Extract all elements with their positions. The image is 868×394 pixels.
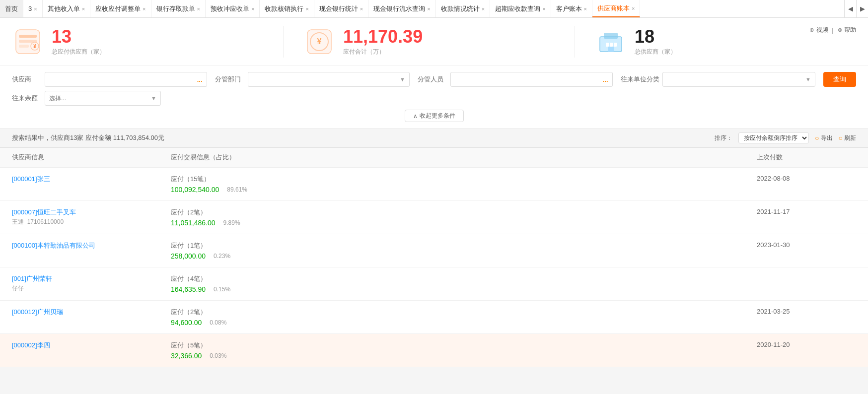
supplier-input-wrapper[interactable]: ... xyxy=(45,72,207,87)
nav-3[interactable]: 3 × xyxy=(23,0,43,17)
total-suppliers-icon xyxy=(595,26,627,58)
nav-collection-stat-close[interactable]: × xyxy=(482,6,485,12)
nav-customer-ledger[interactable]: 客户账本 × xyxy=(551,0,592,17)
collapse-button[interactable]: ∧ 收起更多条件 xyxy=(405,110,464,122)
trans-amount-4: 94,600.00 xyxy=(171,319,202,327)
table-row[interactable]: [001]广州荣轩 仔仔 应付（4笔） 164,635.90 0.15% xyxy=(0,267,868,301)
balance-arrow[interactable]: ▼ xyxy=(151,95,156,101)
nav-other-income[interactable]: 其他收入单 × xyxy=(43,0,90,17)
table-row[interactable]: [000100]本特勤油品有限公司 应付（1笔） 258,000.00 0.23… xyxy=(0,234,868,267)
top-navigation: 首页 3 × 其他收入单 × 应收应付调整单 × 银行存取款单 × 预收冲应收单… xyxy=(0,0,868,18)
nav-cash-bank-stat[interactable]: 现金银行统计 × xyxy=(314,0,368,17)
collapse-icon: ∧ xyxy=(413,113,418,120)
query-button[interactable]: 查询 xyxy=(823,72,856,87)
table-row[interactable]: [000012]广州贝瑞 应付（2笔） 94,600.00 0.08% 2021… xyxy=(0,301,868,334)
nav-3-label: 3 xyxy=(28,5,32,12)
supplier-link-1[interactable]: [000007]恒旺二手叉车 xyxy=(12,208,76,216)
nav-collection-exec[interactable]: 收款核销执行 × xyxy=(260,0,314,17)
nav-overdue-query-close[interactable]: × xyxy=(542,6,545,12)
nav-bank-deposit-close[interactable]: × xyxy=(197,6,200,12)
supplier-info-2: [000100]本特勤油品有限公司 xyxy=(12,241,171,250)
export-label: 导出 xyxy=(821,134,833,142)
sort-select[interactable]: 按应付余额倒序排序 xyxy=(738,132,809,143)
nav-other-income-label: 其他收入单 xyxy=(48,4,80,13)
summary-section: ¥ 13 总应付供应商（家） ¥ 11,170.39 应付合计（万） xyxy=(0,18,868,66)
nav-home[interactable]: 首页 xyxy=(0,0,23,17)
supplier-link-4[interactable]: [000012]广州贝瑞 xyxy=(12,308,63,316)
nav-ar-ap-adjust-close[interactable]: × xyxy=(143,6,145,12)
table-body: [000001]张三 应付（15笔） 100,092,540.00 89.61%… xyxy=(0,168,868,367)
supplier-link-3[interactable]: [001]广州荣轩 xyxy=(12,275,52,282)
nav-bank-deposit-label: 银行存取款单 xyxy=(156,4,195,13)
help-icon: ⊙ xyxy=(838,26,843,33)
video-link[interactable]: ⊙ 视频 xyxy=(809,26,828,34)
dept-input-wrapper[interactable]: ▼ xyxy=(248,72,410,87)
svg-rect-1 xyxy=(19,35,37,38)
category-input[interactable] xyxy=(667,76,806,83)
table-section: 供应商信息 应付交易信息（占比） 上次付数 [000001]张三 应付（15笔）… xyxy=(0,148,868,367)
top-right-links: ⊙ 视频 | ⊙ 帮助 xyxy=(809,26,856,34)
category-arrow[interactable]: ▼ xyxy=(805,76,811,82)
nav-overdue-query[interactable]: 超期应收款查询 × xyxy=(490,0,551,17)
supplier-dots[interactable]: ... xyxy=(197,76,203,83)
person-input-wrapper[interactable]: ... xyxy=(450,72,613,87)
filter-supplier: 供应商 ... xyxy=(12,72,207,87)
supplier-info-5: [000002]李四 xyxy=(12,341,171,350)
balance-input[interactable] xyxy=(49,95,151,102)
transaction-info-4: 应付（2笔） 94,600.00 0.08% xyxy=(171,308,757,327)
nav-3-close[interactable]: × xyxy=(34,6,37,12)
supplier-link-5[interactable]: [000002]李四 xyxy=(12,341,50,349)
trans-amount-0: 100,092,540.00 xyxy=(171,186,219,194)
person-input[interactable] xyxy=(455,76,603,83)
table-row[interactable]: [000007]恒旺二手叉车 王通 17106110000 应付（2笔） 11,… xyxy=(0,201,868,234)
nav-collection-exec-close[interactable]: × xyxy=(305,6,308,12)
nav-cash-bank-flow[interactable]: 现金银行流水查询 × xyxy=(368,0,435,17)
nav-advance-collect-close[interactable]: × xyxy=(251,6,254,12)
supplier-link-0[interactable]: [000001]张三 xyxy=(12,175,50,183)
nav-collection-stat[interactable]: 收款情况统计 × xyxy=(436,0,490,17)
dept-input[interactable] xyxy=(252,76,400,83)
svg-rect-14 xyxy=(608,47,614,52)
lastpay-0: 2022-08-08 xyxy=(757,175,856,182)
result-bar-right: 排序： 按应付余额倒序排序 ○ 导出 ○ 刷新 xyxy=(715,132,856,143)
nav-ar-ap-adjust[interactable]: 应收应付调整单 × xyxy=(90,0,151,17)
trans-percent-4: 0.08% xyxy=(210,319,226,326)
export-button[interactable]: ○ 导出 xyxy=(815,134,832,142)
dept-arrow[interactable]: ▼ xyxy=(400,76,405,82)
person-dots[interactable]: ... xyxy=(603,76,608,83)
refresh-icon: ○ xyxy=(839,134,843,142)
lastpay-date-2: 2023-01-30 xyxy=(757,241,790,249)
filter-balance: 往来余额 ▼ xyxy=(12,91,161,106)
nav-cash-bank-stat-close[interactable]: × xyxy=(360,6,363,12)
nav-supplier-ledger-close[interactable]: × xyxy=(632,5,635,11)
col-header-lastpay: 上次付数 xyxy=(757,153,856,162)
balance-label: 往来余额 xyxy=(12,94,42,103)
help-link[interactable]: ⊙ 帮助 xyxy=(838,26,856,34)
table-row[interactable]: [000002]李四 应付（5笔） 32,366.00 0.03% 2020-1… xyxy=(0,334,868,367)
nav-bank-deposit[interactable]: 银行存取款单 × xyxy=(151,0,206,17)
ap-total-label: 应付合计（万） xyxy=(343,48,423,56)
supplier-input[interactable] xyxy=(49,76,197,83)
refresh-button[interactable]: ○ 刷新 xyxy=(839,134,856,142)
nav-cash-bank-flow-close[interactable]: × xyxy=(427,6,430,12)
nav-other-income-close[interactable]: × xyxy=(82,6,85,12)
nav-advance-collect[interactable]: 预收冲应收单 × xyxy=(206,0,260,17)
ap-total-content: 11,170.39 应付合计（万） xyxy=(343,28,423,56)
supplier-link-2[interactable]: [000100]本特勤油品有限公司 xyxy=(12,242,95,249)
filter-person: 分管人员 ... xyxy=(418,72,613,87)
nav-left-arrow[interactable]: ◀ xyxy=(844,0,856,18)
transaction-info-2: 应付（1笔） 258,000.00 0.23% xyxy=(171,241,757,260)
nav-supplier-ledger[interactable]: 供应商账本 × xyxy=(592,0,640,17)
svg-text:¥: ¥ xyxy=(33,44,36,49)
supplier-info-0: [000001]张三 xyxy=(12,175,171,184)
nav-right-arrow[interactable]: ▶ xyxy=(856,0,868,18)
balance-input-wrapper[interactable]: ▼ xyxy=(45,91,161,106)
lastpay-date-4: 2021-03-25 xyxy=(757,308,790,315)
category-input-wrapper[interactable]: ▼ xyxy=(662,72,816,87)
supplier-info-4: [000012]广州贝瑞 xyxy=(12,308,171,317)
table-row[interactable]: [000001]张三 应付（15笔） 100,092,540.00 89.61%… xyxy=(0,168,868,201)
nav-customer-ledger-close[interactable]: × xyxy=(584,6,587,12)
transaction-info-1: 应付（2笔） 11,051,486.00 9.89% xyxy=(171,208,757,227)
trans-info-0: 100,092,540.00 89.61% xyxy=(171,186,757,194)
lastpay-4: 2021-03-25 xyxy=(757,308,856,315)
